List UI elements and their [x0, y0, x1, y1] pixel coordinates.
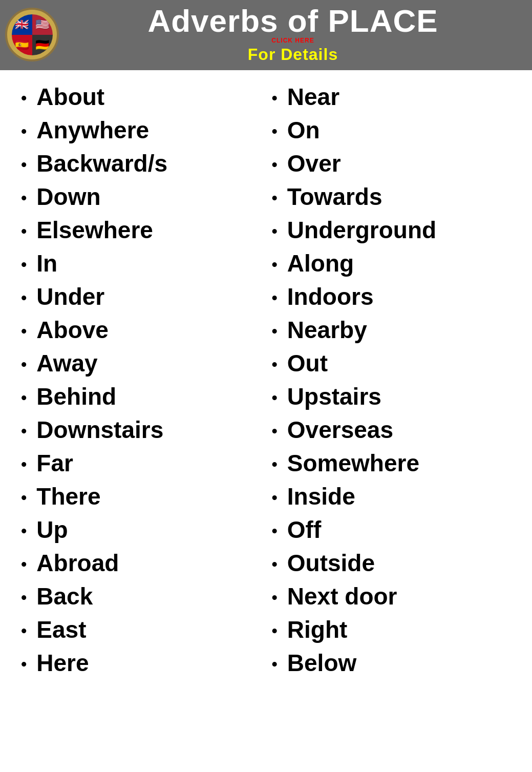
logo: 🇬🇧 🇺🇸 🇪🇸 🇩🇪 [5, 8, 59, 61]
list-item: • Up [20, 513, 261, 547]
word-label: Over [287, 150, 341, 177]
list-item: • Near [271, 80, 512, 114]
word-label: Above [36, 317, 109, 344]
bullet-icon: • [20, 521, 27, 541]
word-label: About [36, 84, 104, 111]
for-details-label[interactable]: For Details [248, 45, 338, 64]
bullet-icon: • [271, 422, 278, 441]
word-label: Overseas [287, 416, 393, 444]
bullet-icon: • [20, 588, 27, 608]
word-label: Upstairs [287, 383, 381, 410]
word-label: East [36, 616, 86, 643]
list-item: • Somewhere [271, 447, 512, 480]
word-label: Outside [287, 550, 375, 577]
bullet-icon: • [20, 155, 27, 175]
list-item: • In [20, 247, 261, 280]
list-item: • Under [20, 280, 261, 314]
list-item: • Outside [271, 547, 512, 580]
content-area: • About • Anywhere • Backward/s • Down •… [0, 70, 532, 690]
word-label: There [36, 483, 100, 510]
word-label: Indoors [287, 283, 374, 310]
list-item: • Over [271, 147, 512, 180]
word-columns: • About • Anywhere • Backward/s • Down •… [20, 80, 512, 680]
list-item: • Far [20, 447, 261, 480]
list-item: • Next door [271, 580, 512, 613]
list-item: • Overseas [271, 413, 512, 447]
list-item: • Backward/s [20, 147, 261, 180]
bullet-icon: • [271, 155, 278, 175]
bullet-icon: • [20, 122, 27, 141]
bullet-icon: • [271, 222, 278, 241]
list-item: • East [20, 613, 261, 646]
word-label: Away [36, 350, 97, 377]
bullet-icon: • [271, 588, 278, 608]
list-item: • Towards [271, 180, 512, 214]
word-label: Somewhere [287, 450, 419, 477]
word-label: Elsewhere [36, 217, 153, 244]
list-item: • Abroad [20, 547, 261, 580]
bullet-icon: • [271, 89, 278, 108]
word-label: Far [36, 450, 73, 477]
list-item: • Downstairs [20, 413, 261, 447]
bullet-icon: • [20, 655, 27, 674]
flag-de: 🇩🇪 [32, 35, 53, 55]
word-label: Anywhere [36, 117, 149, 144]
word-label: Out [287, 350, 328, 377]
word-label: Backward/s [36, 150, 167, 177]
bullet-icon: • [20, 89, 27, 108]
bullet-icon: • [20, 288, 27, 308]
bullet-icon: • [20, 322, 27, 341]
bullet-icon: • [20, 488, 27, 508]
list-item: • Behind [20, 380, 261, 413]
word-label: Downstairs [36, 416, 163, 444]
click-here-label[interactable]: CLICK HERE [271, 37, 314, 44]
bullet-icon: • [271, 322, 278, 341]
bullet-icon: • [20, 388, 27, 408]
word-label: Under [36, 283, 104, 310]
list-item: • Along [271, 247, 512, 280]
word-label: Nearby [287, 317, 367, 344]
flag-uk: 🇬🇧 [12, 14, 32, 35]
word-label: On [287, 117, 320, 144]
flag-es: 🇪🇸 [12, 35, 32, 55]
bullet-icon: • [271, 655, 278, 674]
word-label: Along [287, 250, 354, 277]
bullet-icon: • [20, 555, 27, 574]
word-label: Abroad [36, 550, 119, 577]
bullet-icon: • [271, 388, 278, 408]
list-item: • Anywhere [20, 114, 261, 147]
list-item: • There [20, 480, 261, 513]
list-item: • Upstairs [271, 380, 512, 413]
word-label: Behind [36, 383, 116, 410]
word-label: Down [36, 183, 100, 211]
list-item: • Inside [271, 480, 512, 513]
list-item: • Indoors [271, 280, 512, 314]
bullet-icon: • [271, 488, 278, 508]
bullet-icon: • [20, 355, 27, 374]
bullet-icon: • [271, 189, 278, 208]
list-item: • Back [20, 580, 261, 613]
bullet-icon: • [271, 521, 278, 541]
list-item: • Elsewhere [20, 214, 261, 247]
word-label: Right [287, 616, 348, 643]
word-label: Here [36, 650, 89, 677]
left-column: • About • Anywhere • Backward/s • Down •… [20, 80, 261, 680]
list-item: • Underground [271, 214, 512, 247]
word-label: Inside [287, 483, 355, 510]
bullet-icon: • [20, 621, 27, 641]
bullet-icon: • [20, 255, 27, 275]
page-header: 🇬🇧 🇺🇸 🇪🇸 🇩🇪 Adverbs of PLACE CLICK HERE … [0, 0, 532, 70]
flag-us: 🇺🇸 [32, 14, 53, 35]
bullet-icon: • [20, 222, 27, 241]
bullet-icon: • [271, 255, 278, 275]
word-label: Towards [287, 183, 382, 211]
list-item: • Off [271, 513, 512, 547]
list-item: • Out [271, 347, 512, 380]
list-item: • Away [20, 347, 261, 380]
word-label: Underground [287, 217, 436, 244]
bullet-icon: • [271, 455, 278, 474]
word-label: Off [287, 516, 321, 544]
word-label: Near [287, 84, 339, 111]
header-title-block: Adverbs of PLACE CLICK HERE For Details [64, 5, 522, 64]
bullet-icon: • [271, 621, 278, 641]
